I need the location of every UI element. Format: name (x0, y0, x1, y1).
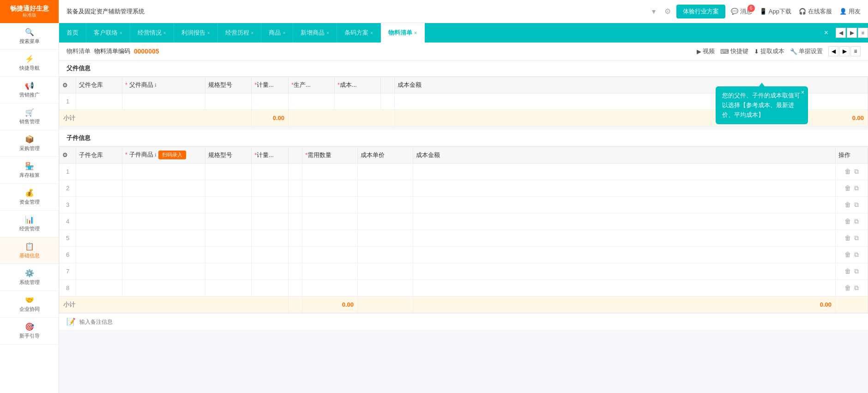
tab-operation-history-close[interactable]: × (251, 30, 254, 36)
child-row-warehouse[interactable] (76, 263, 122, 280)
copy-icon[interactable]: ⧉ (854, 201, 859, 208)
child-row-qty[interactable] (302, 163, 358, 180)
child-row-spec[interactable] (205, 280, 252, 296)
tooltip-close-btn[interactable]: × (801, 88, 804, 97)
child-row-qty[interactable] (302, 280, 358, 296)
user-btn[interactable]: 👤 用友 (839, 7, 861, 16)
note-input[interactable] (79, 319, 861, 325)
parent-row-unit[interactable] (252, 93, 289, 110)
tab-operation-status-close[interactable]: × (163, 30, 166, 36)
tab-bom[interactable]: 物料清单 × (381, 23, 425, 42)
nav-close-all-btn[interactable]: × (819, 29, 834, 37)
sidebar-item-inventory[interactable]: 🏪 库存核算 (0, 157, 59, 184)
nav-next-btn[interactable]: ▶ (847, 28, 857, 38)
delete-icon[interactable]: 🗑 (844, 234, 851, 242)
tab-product[interactable]: 商品 × (261, 23, 293, 42)
child-row-qty[interactable] (302, 197, 358, 213)
parent-row-spec[interactable] (205, 93, 252, 110)
tab-profit-report-close[interactable]: × (207, 30, 210, 36)
sidebar-item-purchase[interactable]: 📦 采购管理 (0, 130, 59, 157)
child-row-unit[interactable] (252, 263, 289, 280)
child-row-qty[interactable] (302, 213, 358, 230)
sidebar-item-system[interactable]: ⚙️ 系统管理 (0, 264, 59, 291)
child-row-product[interactable] (122, 197, 205, 213)
toolbar-list-btn[interactable]: ≡ (850, 46, 861, 56)
child-row-product[interactable] (122, 163, 205, 180)
sidebar-item-basic-info[interactable]: 📋 基础信息 (0, 237, 59, 264)
tab-barcode[interactable]: 条码方案 × (337, 23, 381, 42)
child-row-amount[interactable] (413, 180, 836, 197)
child-row-warehouse[interactable] (76, 197, 122, 213)
tab-operation-history[interactable]: 经营历程 × (218, 23, 262, 42)
experience-btn[interactable]: 体验行业方案 (676, 5, 725, 18)
child-row-unit-price[interactable] (358, 180, 413, 197)
extract-cost-btn[interactable]: ⬇ 提取成本 (754, 47, 784, 55)
child-row-spec[interactable] (205, 230, 252, 247)
child-row-amount[interactable] (413, 213, 836, 230)
child-row-spec[interactable] (205, 213, 252, 230)
child-row-unit-price[interactable] (358, 213, 413, 230)
child-row-qty[interactable] (302, 247, 358, 263)
tab-bom-close[interactable]: × (414, 30, 417, 36)
child-row-spec[interactable] (205, 263, 252, 280)
copy-icon[interactable]: ⧉ (854, 251, 859, 258)
messages-btn[interactable]: 💬 消息 6 (731, 7, 752, 16)
child-row-unit-price[interactable] (358, 230, 413, 247)
topbar-settings-icon[interactable]: ⚙ (664, 7, 671, 16)
child-row-product[interactable] (122, 213, 205, 230)
child-row-unit-price[interactable] (358, 163, 413, 180)
child-row-spec[interactable] (205, 163, 252, 180)
scan-btn[interactable]: 扫码录入 (158, 151, 186, 159)
parent-col-settings[interactable]: ⚙ (60, 77, 76, 93)
child-row-qty[interactable] (302, 180, 358, 197)
delete-icon[interactable]: 🗑 (844, 168, 851, 175)
child-row-unit-price[interactable] (358, 247, 413, 263)
child-row-warehouse[interactable] (76, 213, 122, 230)
tab-customer-close[interactable]: × (120, 30, 122, 36)
sidebar-item-search[interactable]: 🔍 搜索菜单 (0, 23, 59, 50)
child-row-unit[interactable] (252, 180, 289, 197)
child-row-unit[interactable] (252, 213, 289, 230)
tab-add-product-close[interactable]: × (326, 30, 329, 36)
child-row-unit-price[interactable] (358, 263, 413, 280)
delete-icon[interactable]: 🗑 (844, 184, 851, 192)
nav-prev-btn[interactable]: ◀ (836, 28, 846, 38)
copy-icon[interactable]: ⧉ (854, 234, 859, 242)
child-row-unit[interactable] (252, 280, 289, 296)
child-row-product[interactable] (122, 263, 205, 280)
sidebar-item-finance[interactable]: 💰 资金管理 (0, 184, 59, 211)
parent-row-warehouse[interactable] (76, 93, 122, 110)
tab-operation-status[interactable]: 经营情况 × (130, 23, 174, 42)
child-row-warehouse[interactable] (76, 280, 122, 296)
delete-icon[interactable]: 🗑 (844, 218, 851, 225)
topbar-dropdown-icon[interactable]: ▼ (651, 8, 657, 15)
child-row-qty[interactable] (302, 230, 358, 247)
sidebar-item-sales[interactable]: 🛒 销售管理 (0, 103, 59, 130)
sidebar-item-guide[interactable]: 🎯 新手引导 (0, 318, 59, 345)
copy-icon[interactable]: ⧉ (854, 284, 859, 291)
child-row-warehouse[interactable] (76, 230, 122, 247)
tab-add-product[interactable]: 新增商品 × (293, 23, 337, 42)
parent-row-cost[interactable] (335, 93, 381, 110)
child-row-amount[interactable] (413, 280, 836, 296)
child-col-settings[interactable]: ⚙ (60, 147, 76, 163)
tab-profit-report[interactable]: 利润报告 × (174, 23, 218, 42)
child-row-product[interactable] (122, 230, 205, 247)
child-row-unit[interactable] (252, 163, 289, 180)
child-row-warehouse[interactable] (76, 180, 122, 197)
breadcrumb-bom[interactable]: 物料清单 (66, 47, 90, 55)
parent-product-info-icon[interactable]: ℹ (155, 83, 157, 88)
copy-icon[interactable]: ⧉ (854, 218, 859, 225)
sidebar-item-quick-nav[interactable]: ⚡ 快捷导航 (0, 50, 59, 77)
child-row-unit-price[interactable] (358, 280, 413, 296)
child-row-unit-price[interactable] (358, 197, 413, 213)
toolbar-next-btn[interactable]: ▶ (839, 46, 850, 56)
child-row-unit[interactable] (252, 247, 289, 263)
child-row-qty[interactable] (302, 263, 358, 280)
tab-product-close[interactable]: × (283, 30, 285, 36)
single-setting-btn[interactable]: 🔧 单据设置 (790, 47, 823, 55)
child-row-warehouse[interactable] (76, 247, 122, 263)
shortcut-btn[interactable]: ⌨ 快捷键 (720, 47, 748, 55)
child-row-product[interactable] (122, 180, 205, 197)
sidebar-item-operation[interactable]: 📊 经营管理 (0, 211, 59, 237)
